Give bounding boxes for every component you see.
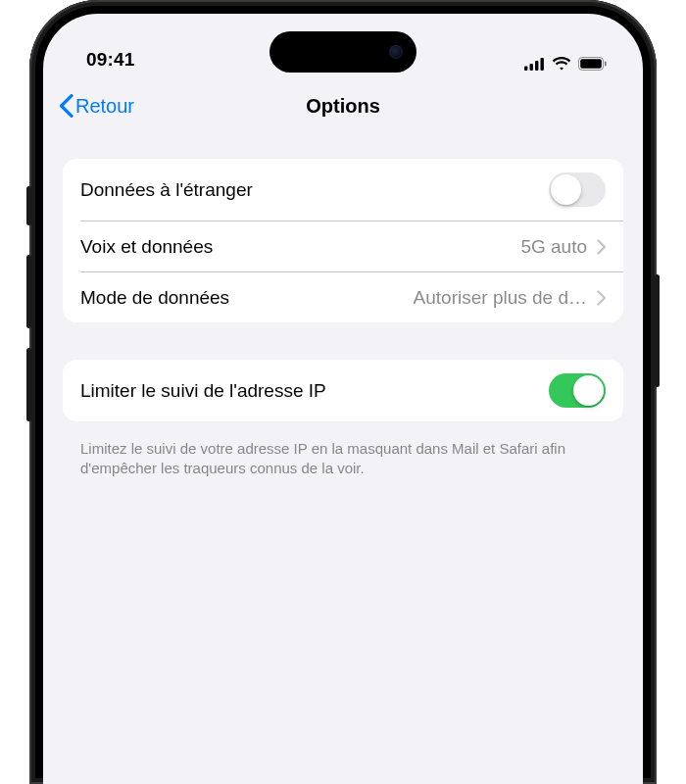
- voice-data-label: Voix et données: [80, 236, 213, 258]
- svg-rect-0: [524, 67, 527, 72]
- voice-data-value: 5G auto: [520, 236, 587, 258]
- data-roaming-label: Données à l'étranger: [80, 179, 253, 201]
- screen: 09:41 Retour Options: [43, 14, 643, 784]
- back-button[interactable]: Retour: [53, 88, 140, 123]
- page-title: Options: [306, 95, 380, 118]
- section-footer: Limitez le suivi de votre adresse IP en …: [63, 431, 623, 479]
- data-mode-label: Mode de données: [80, 287, 229, 309]
- battery-icon: [578, 57, 608, 71]
- front-camera-icon: [389, 45, 403, 59]
- data-mode-row[interactable]: Mode de données Autoriser plus de d…: [80, 271, 623, 322]
- data-roaming-row[interactable]: Données à l'étranger: [63, 159, 623, 220]
- silent-switch: [26, 186, 31, 225]
- data-mode-value: Autoriser plus de d…: [414, 287, 587, 309]
- privacy-section: Limiter le suivi de l'adresse IP: [63, 360, 623, 421]
- data-roaming-toggle[interactable]: [549, 172, 606, 207]
- status-indicators: [524, 57, 608, 71]
- cellular-options-section: Données à l'étranger Voix et données 5G …: [63, 159, 623, 322]
- dynamic-island: [270, 31, 416, 73]
- settings-content: Données à l'étranger Voix et données 5G …: [43, 135, 643, 479]
- volume-up-button: [26, 255, 31, 328]
- svg-rect-3: [541, 58, 544, 71]
- toggle-knob: [551, 174, 581, 205]
- volume-down-button: [26, 348, 31, 421]
- svg-rect-2: [535, 61, 538, 71]
- wifi-icon: [552, 57, 571, 71]
- toggle-knob: [573, 375, 604, 406]
- phone-frame: 09:41 Retour Options: [29, 0, 657, 784]
- chevron-right-icon: [597, 290, 606, 306]
- svg-rect-1: [530, 64, 533, 71]
- limit-ip-tracking-toggle[interactable]: [549, 373, 606, 408]
- chevron-left-icon: [59, 94, 74, 118]
- cellular-signal-icon: [524, 57, 545, 71]
- chevron-right-icon: [597, 239, 606, 255]
- navigation-bar: Retour Options: [43, 76, 643, 135]
- svg-rect-5: [580, 59, 602, 69]
- voice-data-row[interactable]: Voix et données 5G auto: [80, 220, 623, 271]
- limit-ip-tracking-label: Limiter le suivi de l'adresse IP: [80, 380, 326, 402]
- back-label: Retour: [75, 95, 134, 118]
- limit-ip-tracking-row[interactable]: Limiter le suivi de l'adresse IP: [63, 360, 623, 421]
- power-button: [655, 274, 660, 387]
- status-time: 09:41: [86, 49, 135, 71]
- svg-rect-6: [605, 62, 607, 67]
